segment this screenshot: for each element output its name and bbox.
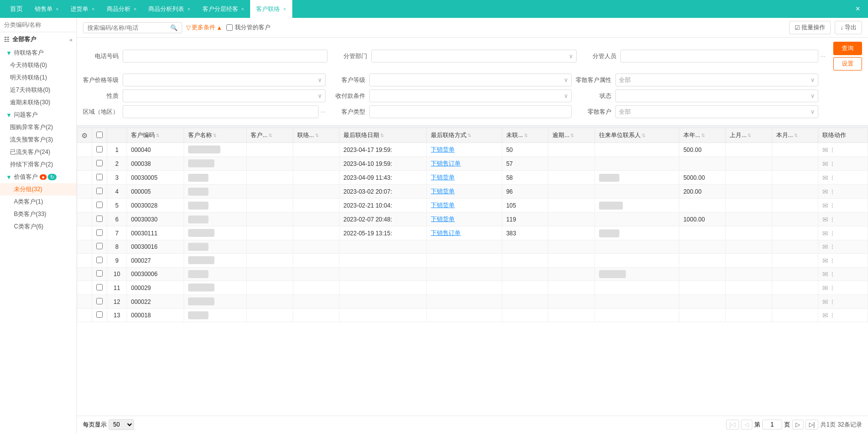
th-code[interactable]: 客户编码⇅ <box>127 128 184 143</box>
filter-region-input[interactable] <box>123 105 319 118</box>
nav-home[interactable]: 首页 <box>4 4 29 13</box>
row-checkbox[interactable] <box>96 270 103 277</box>
th-this-year[interactable]: 本年...⇅ <box>679 128 725 143</box>
filter-phone-input[interactable] <box>123 50 328 63</box>
sidebar-item-tomorrow[interactable]: 明天待联络(1) <box>0 72 76 84</box>
contact-icon[interactable]: ✉ <box>822 146 828 154</box>
contact-method-link[interactable]: 下销货单 <box>431 202 455 209</box>
sidebar-item-ungrouped[interactable]: 未分组(32) <box>0 183 76 196</box>
filter-cust-level-select[interactable]: ∨ <box>369 73 572 86</box>
close-purchase-tab[interactable]: × <box>91 6 94 12</box>
sidebar-item-b-class[interactable]: B类客户(33) <box>0 208 76 220</box>
contact-method-link[interactable]: 下销货单 <box>431 146 455 153</box>
more-icon[interactable]: ⁝ <box>831 270 833 278</box>
refresh-icon[interactable]: ↻ <box>48 174 57 180</box>
contact-icon[interactable]: ✉ <box>822 298 828 306</box>
sidebar-all-customers[interactable]: ☷ 全部客户 « <box>0 32 76 47</box>
nav-tab-product-analysis-list[interactable]: 商品分析列表 × <box>142 0 196 18</box>
sidebar-item-overdue[interactable]: 逾期未联络(30) <box>0 96 76 109</box>
nav-tab-product-analysis[interactable]: 商品分析 × <box>101 0 142 18</box>
reset-button[interactable]: 设置 <box>833 57 862 71</box>
nav-tab-purchase[interactable]: 进货单 × <box>65 0 100 18</box>
filter-status-select[interactable]: ∨ <box>615 89 818 102</box>
page-number-input[interactable] <box>762 420 782 430</box>
contact-method-link[interactable]: 下销货单 <box>431 188 455 195</box>
sidebar-item-declining[interactable]: 持续下滑客户(2) <box>0 158 76 171</box>
more-icon[interactable]: ⁝ <box>831 311 833 319</box>
person-dots-btn[interactable]: ··· <box>820 53 825 60</box>
contact-icon[interactable]: ✉ <box>822 202 828 210</box>
contact-method-link[interactable]: 下销货单 <box>431 216 455 222</box>
sidebar-item-churned[interactable]: 已流失客户(24) <box>0 146 76 158</box>
th-settings[interactable]: ⚙ <box>77 128 92 143</box>
more-icon[interactable]: ⁝ <box>831 202 833 210</box>
sidebar-item-7days[interactable]: 近7天待联络(0) <box>0 84 76 96</box>
filter-price-select[interactable]: ∨ <box>123 73 326 86</box>
more-icon[interactable]: ⁝ <box>831 229 833 237</box>
more-icon[interactable]: ⁝ <box>831 257 833 265</box>
close-product-analysis-list-tab[interactable]: × <box>187 6 190 12</box>
more-icon[interactable]: ⁝ <box>831 174 833 182</box>
th-last-month[interactable]: 上月...⇅ <box>726 128 772 143</box>
last-page-btn[interactable]: ▷| <box>805 420 818 430</box>
close-customer-segment-tab[interactable]: × <box>241 6 244 12</box>
th-overdue[interactable]: 逾期...⇅ <box>548 128 595 143</box>
first-page-btn[interactable]: |◁ <box>726 420 739 430</box>
more-icon[interactable]: ⁝ <box>831 298 833 306</box>
contact-icon[interactable]: ✉ <box>822 270 828 278</box>
row-checkbox[interactable] <box>96 243 103 249</box>
contact-icon[interactable]: ✉ <box>822 257 828 265</box>
row-checkbox[interactable] <box>96 202 103 208</box>
contact-icon[interactable]: ✉ <box>822 243 828 251</box>
contact-icon[interactable]: ✉ <box>822 284 828 292</box>
sidebar-search-input[interactable] <box>4 21 77 28</box>
prev-page-btn[interactable]: ◁ <box>741 420 752 430</box>
filter-scatter-attr-select[interactable]: 全部 ∨ <box>615 73 818 86</box>
close-customer-contact-tab[interactable]: × <box>283 6 286 12</box>
close-product-analysis-tab[interactable]: × <box>134 6 136 12</box>
more-icon[interactable]: ⁝ <box>831 243 833 251</box>
sidebar-item-today[interactable]: 今天待联络(0) <box>0 59 76 72</box>
more-icon[interactable]: ⁝ <box>831 160 833 168</box>
settings-gear-icon[interactable]: ⚙ <box>81 132 88 140</box>
th-contact[interactable]: 联络...⇅ <box>293 128 339 143</box>
more-icon[interactable]: ⁝ <box>831 216 833 223</box>
filter-dept-select[interactable]: ∨ <box>371 50 576 63</box>
search-input[interactable] <box>87 24 170 31</box>
sidebar-item-a-class[interactable]: A类客户(1) <box>0 196 76 208</box>
filter-scatter-cust-select[interactable]: 全部 ∨ <box>615 105 818 118</box>
more-filters-btn[interactable]: ▽ 更多条件 ▲ <box>186 23 222 32</box>
nav-tab-customer-contact[interactable]: 客户联络 × <box>250 0 292 18</box>
sidebar-collapse-icon[interactable]: « <box>69 37 72 43</box>
select-all-checkbox[interactable] <box>96 132 103 138</box>
th-associated-contact[interactable]: 往来单位联系人⇅ <box>595 128 679 143</box>
contact-icon[interactable]: ✉ <box>822 174 828 182</box>
th-name[interactable]: 客户名称⇅ <box>184 128 246 143</box>
more-icon[interactable]: ⁝ <box>831 146 833 154</box>
filter-payment-select[interactable]: ∨ <box>369 89 572 102</box>
close-sales-tab[interactable]: × <box>56 6 59 12</box>
my-customers-checkbox[interactable] <box>226 24 233 31</box>
problem-customer-group[interactable]: ▼ 问题客户 <box>0 109 76 121</box>
row-checkbox[interactable] <box>96 257 103 263</box>
more-icon[interactable]: ⁝ <box>831 188 833 196</box>
th-type[interactable]: 客户...⇅ <box>247 128 293 143</box>
contact-icon[interactable]: ✉ <box>822 229 828 237</box>
more-icon[interactable]: ⁝ <box>831 284 833 292</box>
row-checkbox[interactable] <box>96 188 103 194</box>
row-checkbox[interactable] <box>96 146 103 152</box>
nav-tab-customer-segment[interactable]: 客户分层经客 × <box>197 0 250 18</box>
search-icon[interactable]: 🔍 <box>170 24 178 31</box>
batch-ops-button[interactable]: ☑ 批量操作 <box>789 21 831 34</box>
filter-cust-type-input[interactable] <box>369 105 572 118</box>
pending-contact-group[interactable]: ▼ 待联络客户 <box>0 47 76 59</box>
row-checkbox[interactable] <box>96 229 103 236</box>
row-checkbox[interactable] <box>96 311 103 318</box>
row-checkbox[interactable] <box>96 160 103 166</box>
row-checkbox[interactable] <box>96 216 103 222</box>
th-no-contact[interactable]: 未联...⇅ <box>502 128 548 143</box>
row-checkbox[interactable] <box>96 298 103 304</box>
region-dots-btn[interactable]: ··· <box>321 108 326 115</box>
sidebar-item-c-class[interactable]: C类客户(6) <box>0 220 76 233</box>
th-last-contact-method[interactable]: 最后联络方式⇅ <box>427 128 502 143</box>
